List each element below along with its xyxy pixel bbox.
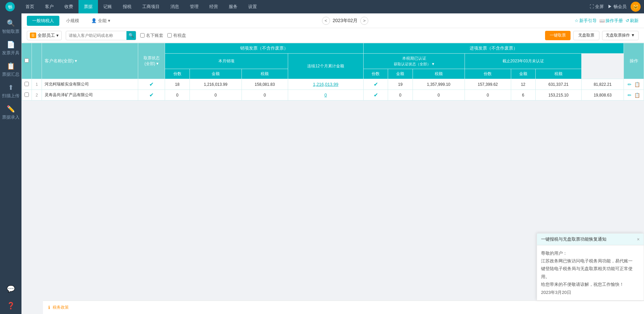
row-pu-tax-0: 81,822.21 (582, 79, 624, 90)
invoice-summary-icon: 📋 (7, 62, 15, 70)
tax-policy-link[interactable]: 税务政策 (53, 305, 69, 310)
th-sales-month: 本月销项 (165, 54, 288, 69)
filter-icon-status[interactable]: ▾ (156, 61, 159, 66)
sidebar: 🔍 智能取票 📄 发票开具 📋 票据汇总 ⬆ 扫描上传 ✏️ 票据录入 💬 ❓ (0, 13, 21, 314)
period-prev-btn[interactable]: < (322, 17, 330, 25)
new-guide-btn[interactable]: ☆ 新手引导 (575, 18, 597, 24)
check-taxdisk-input[interactable] (167, 33, 172, 38)
feedback-icon: 💬 (7, 285, 15, 293)
row-pu-tax-1: 19,808.63 (582, 90, 624, 101)
member-btn[interactable]: ▶ 畅会员 (608, 4, 627, 10)
row-s-tax-1: 0 (242, 90, 288, 101)
check-myaccount-input[interactable] (140, 33, 145, 38)
tab-small-scale[interactable]: 小规模 (61, 16, 85, 26)
edit-icon-1[interactable]: ✏ (628, 92, 632, 98)
row-checkbox-cell (22, 79, 32, 90)
row-s-qty-0: 18 (165, 79, 190, 90)
sidebar-item-invoice-entry[interactable]: ✏️ 票据录入 (0, 102, 21, 123)
nav-bookkeeping[interactable]: 记账 (98, 0, 117, 13)
row-pu-qty-0: 12 (511, 79, 535, 90)
row-index-0: 1 (32, 79, 42, 90)
detail-icon-1[interactable]: 📋 (634, 92, 640, 98)
sidebar-item-invoice-open[interactable]: 📄 发票开具 (0, 38, 21, 59)
one-click-get-btn[interactable]: 一键取票 (545, 31, 571, 40)
top-nav: 畅 首页 客户 收费 票据 记账 报税 工商项目 消息 管理 经营 服务 设置 … (0, 0, 644, 13)
row-pc-tax-1: 0 (465, 90, 511, 101)
tab-all[interactable]: 👤 全能 ▾ (86, 16, 116, 26)
fullscreen-btn[interactable]: ⛶ 全屏 (590, 4, 604, 10)
nav-customer[interactable]: 客户 (40, 0, 59, 13)
nav-items: 首页 客户 收费 票据 记账 报税 工商项目 消息 管理 经营 服务 设置 (20, 0, 590, 13)
select-all-checkbox[interactable] (24, 58, 29, 63)
bottom-bar: ℹ 税务政策 (43, 301, 644, 314)
edit-icon-0[interactable]: ✏ (628, 82, 632, 87)
notif-body: 尊敬的用户：江苏政务网已恢访问电子税务局功能，易代账一键登陆电子税务局与无盘取票… (537, 245, 644, 300)
notif-line: 给您带来的不便敬请谅解，祝您工作愉快！ (541, 280, 640, 288)
row-pu-amount-0: 631,337.21 (535, 79, 582, 90)
nav-invoice[interactable]: 票据 (78, 0, 98, 13)
filter-icon-cert[interactable]: ▾ (432, 61, 434, 66)
row-s-tax-0: 158,081.83 (242, 79, 288, 90)
info-icon: ℹ (48, 305, 50, 310)
notification-popup: 一键报税与无盘取票功能恢复通知 × 尊敬的用户：江苏政务网已恢访问电子税务局功能… (537, 233, 644, 301)
tab-actions: ☆ 新手引导 📖 操作手册 ↺ 刷新 (575, 18, 639, 24)
nav-service[interactable]: 服务 (223, 0, 243, 13)
help-icon: ❓ (7, 302, 15, 310)
period-label: 2023年02月 (333, 18, 358, 24)
th-s-tax: 税额 (242, 69, 288, 79)
th-customer-name: 客户名称(全部) ▾ (42, 43, 138, 79)
detail-icon-0[interactable]: 📋 (634, 82, 640, 87)
th-pu-amount: 金额 (511, 69, 535, 79)
sidebar-item-smart-get[interactable]: 🔍 智能取票 (0, 16, 21, 38)
row-s-qty-1: 0 (165, 90, 190, 101)
table-row: 2 灵寿县尚泽矿产品有限公司 ✔ 0 0 0 0 ✔ 0 0 0 6 153,2… (22, 90, 644, 101)
th-checkbox (22, 43, 32, 79)
notif-line: 江苏政务网已恢访问电子税务局功能，易代账一 (541, 257, 640, 265)
sidebar-item-feedback[interactable]: 💬 (0, 280, 21, 297)
search-input[interactable] (66, 33, 126, 38)
period-next-btn[interactable]: > (360, 17, 368, 25)
row-checkbox-1[interactable] (24, 92, 29, 97)
notif-line: 尊敬的用户： (541, 249, 640, 257)
nav-tax[interactable]: 报税 (117, 0, 137, 13)
employee-tag: 全 (30, 33, 36, 38)
nav-settings[interactable]: 设置 (243, 0, 262, 13)
nav-manage[interactable]: 管理 (184, 0, 204, 13)
nav-operation[interactable]: 经营 (204, 0, 223, 13)
sidebar-item-scan-upload[interactable]: ⬆ 扫描上传 (0, 80, 21, 102)
nav-bizproject[interactable]: 工商项目 (137, 0, 165, 13)
row-pc-qty-1: 0 (388, 90, 413, 101)
row-s12m-0: 1,216,013.99 (288, 79, 364, 90)
notif-close-btn[interactable]: × (637, 237, 640, 242)
nav-home[interactable]: 首页 (20, 0, 40, 13)
nav-fee[interactable]: 收费 (59, 0, 78, 13)
table-row: 1 河北柯瑞桩实业有限公司 ✔ 18 1,216,013.99 158,081.… (22, 79, 644, 90)
check-taxdisk[interactable]: 有税盘 (167, 33, 186, 39)
search-button[interactable]: 🔍 (126, 31, 136, 40)
th-pu-tax: 税额 (535, 69, 582, 79)
refresh-btn[interactable]: ↺ 刷新 (626, 18, 639, 24)
check-myaccount[interactable]: 名下账套 (140, 33, 163, 39)
no-disk-ops-btn[interactable]: 无盘取票操作 ▼ (602, 31, 639, 40)
sidebar-item-help[interactable]: ❓ (0, 297, 21, 314)
row-s12m-1: 0 (288, 90, 364, 101)
row-checkbox-0[interactable] (24, 82, 29, 86)
notif-content: 尊敬的用户：江苏政务网已恢访问电子税务局功能，易代账一键登陆电子税务局与无盘取票… (541, 249, 640, 296)
row-pu-amount-1: 153,215.10 (535, 90, 582, 101)
employee-filter[interactable]: 全 全部员工 ▾ (27, 31, 62, 40)
sidebar-item-invoice-summary[interactable]: 📋 票据汇总 (0, 59, 21, 80)
row-pc-qty-0: 19 (388, 79, 413, 90)
row-actions-0: ✏ 📋 (624, 79, 644, 90)
no-disk-get-btn[interactable]: 无盘取票 (573, 31, 599, 40)
avatar[interactable]: 🐱 (631, 2, 641, 12)
th-index (32, 43, 42, 79)
row-actions-1: ✏ 📋 (624, 90, 644, 101)
period-nav: < 2023年02月 > (322, 17, 369, 25)
filter-icon[interactable]: ▾ (75, 58, 77, 63)
chevron-down-icon: ▾ (108, 18, 110, 23)
notif-line: 用。 (541, 273, 640, 280)
nav-right: ⛶ 全屏 ▶ 畅会员 🐱 (590, 2, 641, 12)
nav-message[interactable]: 消息 (165, 0, 184, 13)
manual-btn[interactable]: 📖 操作手册 (599, 18, 623, 24)
tab-general-taxpayer[interactable]: 一般纳税人 (27, 16, 59, 26)
